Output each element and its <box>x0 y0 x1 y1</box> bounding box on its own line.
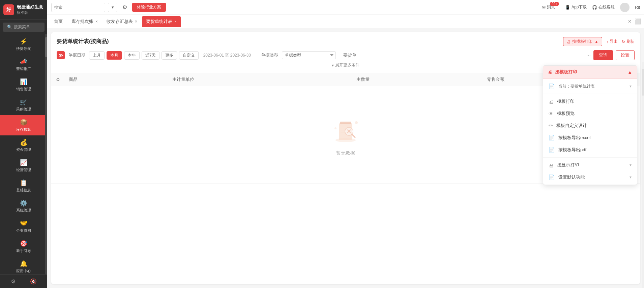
tab-receipts-summary-close[interactable]: × <box>135 19 137 24</box>
sidebar-nav: ⚡ 快捷导航 📣 营销推广 📊 销售管理 🛒 采购管理 📦 库存核算 💰 资金管… <box>0 34 47 275</box>
page-content: 要货单统计表(按商品) 🖨 按模板打印 ▲ ↑ 导出 ↻ 刷新 <box>47 28 644 288</box>
date-options: 上月 本月 本年 近7天 更多 自定义 <box>89 51 199 60</box>
nav-icon-basic: 📋 <box>20 179 27 187</box>
date-last7-btn[interactable]: 近7天 <box>142 51 159 60</box>
sidebar-item-system[interactable]: ⚙️ 系统管理 <box>0 196 47 216</box>
industry-solution-button[interactable]: 体验行业方案 <box>132 3 166 12</box>
sidebar: 好 畅捷通好生意 标准版 🔍 搜索菜单 ⚡ 快捷导航 📣 营销推广 📊 销售管理… <box>0 0 47 288</box>
template-design-icon: ✏ <box>549 123 553 129</box>
doc-type-filter-label: 单据类型 <box>261 52 279 58</box>
dropdown-collapse-btn[interactable]: ▲ <box>627 69 632 75</box>
tab-order-stats[interactable]: 要货单统计表 × <box>142 16 181 27</box>
current-doc-icon: 📄 <box>549 83 555 89</box>
nav-icon-collab: 🤝 <box>20 220 27 227</box>
tab-inventory-batch[interactable]: 库存批次账 × <box>67 16 102 27</box>
tab-home[interactable]: 首页 <box>50 16 67 27</box>
dropdown-header: 🖨 按模板打印 ▲ <box>543 66 637 79</box>
current-chevron-icon: ▾ <box>630 84 632 89</box>
export-icon: ↑ <box>606 39 608 44</box>
col-quantity: 主数量 <box>352 73 483 86</box>
export-button[interactable]: ↑ 导出 <box>606 39 618 44</box>
date-custom-btn[interactable]: 自定义 <box>179 51 199 60</box>
date-prev-month-btn[interactable]: 上月 <box>89 51 105 60</box>
topbar-search-input[interactable] <box>51 3 105 12</box>
sidebar-item-basic[interactable]: 📋 基础信息 <box>0 176 47 196</box>
tab-order-stats-close[interactable]: × <box>174 19 177 24</box>
date-filter-label: 单据日期 <box>68 52 86 58</box>
topbar: ▾ ⚙ 体验行业方案 ✉ 消息 99+ 📱 App下载 🎧 在线客服 Rit <box>47 0 644 15</box>
dropdown-template-print[interactable]: 🖨 模板打印 <box>543 95 637 107</box>
sidebar-item-collab[interactable]: 🤝 企业协同 <box>0 216 47 236</box>
tab-receipts-summary[interactable]: 收发存汇总表 × <box>103 16 141 27</box>
page-scrollbar[interactable] <box>642 62 644 288</box>
dropdown-export-excel[interactable]: 📄 按模板导出excel <box>543 132 637 144</box>
panel-header: 要货单统计表(按商品) 🖨 按模板打印 ▲ ↑ 导出 ↻ 刷新 <box>51 32 640 46</box>
set-default-icon: 📄 <box>549 174 555 180</box>
dropdown-template-design[interactable]: ✏ 模板自定义设计 <box>543 120 637 132</box>
empty-illustration <box>329 113 362 147</box>
messages-button[interactable]: ✉ 消息 99+ <box>542 4 555 10</box>
sidebar-item-appstore[interactable]: 🔔 应用中心 <box>0 257 47 275</box>
template-preview-icon: 👁 <box>549 111 554 117</box>
more-options-icon[interactable]: ··· <box>586 52 591 58</box>
online-service-button[interactable]: 🎧 在线客服 <box>592 4 615 10</box>
doc-type-select[interactable]: 单据类型 <box>282 51 336 59</box>
tab-inventory-batch-close[interactable]: × <box>95 19 98 24</box>
refresh-button[interactable]: ↻ 刷新 <box>622 39 635 44</box>
window-close-btn[interactable]: × <box>628 19 631 25</box>
sidebar-item-quick-nav[interactable]: ⚡ 快捷导航 <box>0 34 47 55</box>
dropdown-current-section: 📄 当前：要货单统计表 ▾ <box>543 79 637 94</box>
date-current-month-btn[interactable]: 本月 <box>107 51 122 60</box>
topbar-dropdown-btn[interactable]: ▾ <box>108 3 117 12</box>
dropdown-export-pdf[interactable]: 📄 按模板导出pdf <box>543 144 637 156</box>
user-avatar[interactable] <box>620 3 630 12</box>
sidebar-item-marketing[interactable]: 📣 营销推广 <box>0 55 47 75</box>
sidebar-item-finance[interactable]: 💰 资金管理 <box>0 135 47 156</box>
nav-icon-guide: 🎯 <box>20 240 27 247</box>
display-print-chevron: ▾ <box>630 163 632 167</box>
sidebar-item-inventory[interactable]: 📦 库存核算 <box>0 115 47 135</box>
query-button[interactable]: 查询 <box>593 50 613 60</box>
setting-button[interactable]: 设置 <box>616 50 635 60</box>
print-template-dropdown: 🖨 按模板打印 ▲ 📄 当前：要货单统计表 ▾ 🖨 模板打印 <box>543 65 637 185</box>
nav-icon-system: ⚙️ <box>20 199 27 207</box>
message-icon: ✉ <box>542 5 546 10</box>
filter-expand-toggle[interactable]: ≫ <box>57 51 65 59</box>
window-maximize-btn[interactable]: ⬜ <box>635 18 641 25</box>
app-logo-icon: 好 <box>3 4 14 15</box>
sidebar-item-purchase[interactable]: 🛒 采购管理 <box>0 95 47 115</box>
nav-icon-marketing: 📣 <box>20 58 27 65</box>
page-title: 要货单统计表(按商品) <box>57 38 109 45</box>
col-unit: 主计量单位 <box>168 73 352 86</box>
nav-icon-inventory: 📦 <box>20 119 27 126</box>
col-product: 商品 <box>65 73 168 86</box>
sidebar-item-sales[interactable]: 📊 销售管理 <box>0 75 47 95</box>
nav-icon-operations: 📈 <box>20 159 27 166</box>
settings-icon[interactable]: ⚙ <box>11 278 16 285</box>
phone-icon: 📱 <box>565 5 570 10</box>
topbar-gear-btn[interactable]: ⚙ <box>120 3 129 12</box>
app-download-button[interactable]: 📱 App下载 <box>565 4 587 10</box>
printer-icon: 🖨 <box>548 70 552 75</box>
col-settings[interactable]: ⚙ <box>51 73 65 86</box>
sidebar-logo: 好 畅捷通好生意 标准版 <box>0 0 47 20</box>
dropdown-current-item: 📄 当前：要货单统计表 ▾ <box>543 80 637 92</box>
date-current-year-btn[interactable]: 本年 <box>124 51 140 60</box>
nav-icon-quick: ⚡ <box>20 38 27 45</box>
page-scrollbar-thumb <box>642 69 644 96</box>
mute-icon[interactable]: 🔇 <box>30 278 37 285</box>
empty-text: 暂无数据 <box>336 150 355 156</box>
svg-point-9 <box>355 121 358 124</box>
sidebar-item-operations[interactable]: 📈 经营管理 <box>0 156 47 176</box>
print-template-button[interactable]: 🖨 按模板打印 ▲ <box>563 37 602 46</box>
topbar-right: ✉ 消息 99+ 📱 App下载 🎧 在线客服 Rit <box>542 3 640 12</box>
date-more-btn[interactable]: 更多 <box>162 51 177 60</box>
dropdown-template-preview[interactable]: 👁 模板预览 <box>543 107 637 120</box>
sidebar-item-guide[interactable]: 🎯 新手引导 <box>0 236 47 257</box>
tabs-bar: 首页 库存批次账 × 收发存汇总表 × 要货单统计表 × × ⬜ <box>47 15 644 28</box>
dropdown-set-default[interactable]: 📄 设置默认功能 ▾ <box>543 171 637 183</box>
sidebar-search[interactable]: 🔍 搜索菜单 <box>3 23 45 32</box>
main-area: ▾ ⚙ 体验行业方案 ✉ 消息 99+ 📱 App下载 🎧 在线客服 Rit <box>47 0 644 288</box>
dropdown-display-print[interactable]: 🖨 按显示打印 ▾ <box>543 159 637 171</box>
template-print-icon: 🖨 <box>549 99 554 104</box>
